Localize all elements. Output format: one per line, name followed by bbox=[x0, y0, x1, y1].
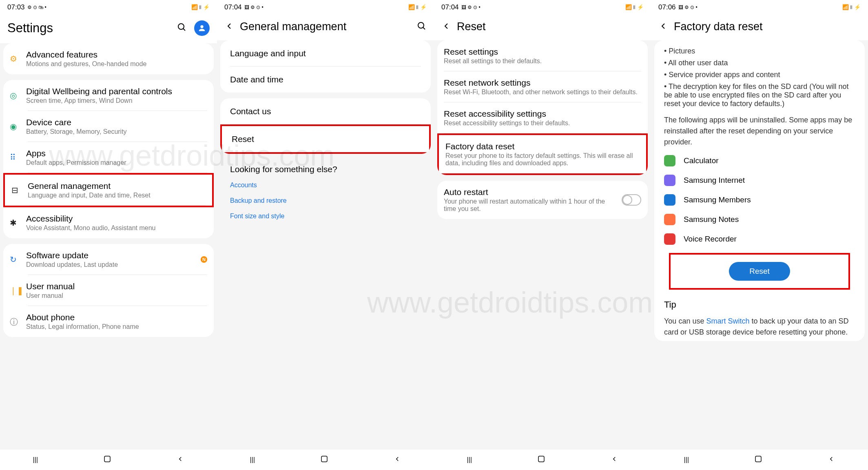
reset-option-reset-settings[interactable]: Reset settingsReset all settings to thei… bbox=[437, 40, 648, 71]
row-title: Software update bbox=[26, 251, 194, 260]
auto-restart-row[interactable]: Auto restartYour phone will restart auto… bbox=[437, 181, 648, 219]
svg-point-4 bbox=[418, 22, 424, 28]
profile-icon[interactable] bbox=[194, 20, 210, 36]
status-bar: 07:04🖼 ⚙ ⊙ • 📶 ⫴ ⚡ bbox=[217, 0, 434, 15]
search-icon[interactable] bbox=[177, 22, 187, 34]
row-title: General management bbox=[28, 181, 206, 191]
row-title: Reset settings bbox=[444, 47, 641, 57]
row-sub: Default apps, Permission manager bbox=[26, 159, 207, 166]
header: Settings bbox=[0, 15, 217, 43]
menu-item[interactable]: Language and input bbox=[220, 40, 431, 67]
settings-item-user-manual[interactable]: ❘❚ User manual User manual bbox=[3, 275, 214, 306]
svg-line-5 bbox=[423, 27, 425, 29]
settings-item-advanced-features[interactable]: ⚙ Advanced features Motions and gestures… bbox=[3, 43, 214, 74]
home-button[interactable] bbox=[755, 455, 762, 464]
row-sub: User manual bbox=[26, 292, 207, 299]
app-name: Voice Recorder bbox=[684, 235, 737, 244]
update-badge: N bbox=[201, 256, 207, 263]
link-item[interactable]: Accounts bbox=[220, 177, 431, 193]
settings-item-accessibility[interactable]: ✱ Accessibility Voice Assistant, Mono au… bbox=[3, 207, 214, 238]
auto-restart-toggle[interactable] bbox=[622, 194, 641, 206]
settings-item-software-update[interactable]: ↻ Software update Download updates, Last… bbox=[3, 244, 214, 275]
app-icon bbox=[664, 175, 675, 186]
row-sub: Status, Legal information, Phone name bbox=[26, 323, 207, 330]
svg-rect-3 bbox=[104, 456, 110, 462]
recents-button[interactable]: ||| bbox=[467, 456, 472, 463]
recents-button[interactable]: ||| bbox=[33, 456, 38, 463]
page-title: Factory data reset bbox=[674, 20, 861, 33]
bullet-item: • All other user data bbox=[664, 57, 855, 69]
page-title: Settings bbox=[7, 21, 171, 35]
app-row: Voice Recorder bbox=[654, 229, 865, 249]
recents-button[interactable]: ||| bbox=[250, 456, 255, 463]
link-item[interactable]: Backup and restore bbox=[220, 193, 431, 208]
row-icon: ⊟ bbox=[11, 185, 21, 195]
row-icon: ↻ bbox=[10, 255, 20, 264]
back-button[interactable] bbox=[611, 455, 618, 464]
menu-item[interactable]: Date and time bbox=[220, 67, 431, 93]
app-icon bbox=[664, 233, 675, 245]
reset-option-reset-accessibility-settings[interactable]: Reset accessibility settingsReset access… bbox=[437, 102, 648, 133]
app-icon bbox=[664, 214, 675, 225]
row-sub: Battery, Storage, Memory, Security bbox=[26, 128, 207, 135]
recents-button[interactable]: ||| bbox=[684, 456, 689, 463]
link-item[interactable]: Font size and style bbox=[220, 208, 431, 224]
row-title: Device care bbox=[26, 118, 207, 127]
back-button[interactable] bbox=[828, 455, 835, 464]
row-title: Apps bbox=[26, 149, 207, 158]
status-bar: 07:06🖼 ⚙ ⊙ • 📶 ⫴ ⚡ bbox=[651, 0, 868, 15]
settings-item-apps[interactable]: ⠿ Apps Default apps, Permission manager bbox=[3, 142, 214, 173]
back-icon[interactable] bbox=[658, 21, 668, 33]
row-title: Advanced features bbox=[26, 50, 207, 60]
app-name: Samsung Internet bbox=[684, 176, 745, 185]
home-button[interactable] bbox=[104, 455, 111, 464]
reset-option-factory-data-reset[interactable]: Factory data resetReset your phone to it… bbox=[437, 133, 648, 175]
back-icon[interactable] bbox=[441, 21, 451, 33]
nav-bar: ||| bbox=[651, 450, 868, 470]
search-icon[interactable] bbox=[417, 21, 427, 33]
smart-switch-link[interactable]: Smart Switch bbox=[706, 317, 749, 325]
section-label: Looking for something else? bbox=[220, 160, 431, 177]
back-button[interactable] bbox=[177, 455, 184, 464]
row-title: About phone bbox=[26, 313, 207, 322]
row-icon: ⠿ bbox=[10, 153, 20, 162]
svg-rect-8 bbox=[755, 456, 761, 462]
row-icon: ⚙ bbox=[10, 54, 20, 64]
app-name: Samsung Notes bbox=[684, 215, 739, 224]
settings-item-digital-wellbeing-and-parental-controls[interactable]: ◎ Digital Wellbeing and parental control… bbox=[3, 80, 214, 111]
home-button[interactable] bbox=[538, 455, 545, 464]
row-sub: Motions and gestures, One-handed mode bbox=[26, 60, 207, 68]
reset-option-reset-network-settings[interactable]: Reset network settingsReset Wi-Fi, Bluet… bbox=[437, 71, 648, 102]
bullet-item: • The decryption key for files on the SD… bbox=[664, 81, 855, 110]
settings-item-general-management[interactable]: ⊟ General management Language and input,… bbox=[3, 173, 214, 207]
header: Factory data reset bbox=[651, 15, 868, 40]
page-title: Reset bbox=[457, 20, 644, 33]
svg-point-2 bbox=[200, 25, 203, 28]
svg-rect-7 bbox=[538, 456, 544, 462]
row-sub: Reset all settings to their defaults. bbox=[444, 58, 641, 65]
reset-button[interactable]: Reset bbox=[729, 262, 790, 281]
factory-reset-screen: 07:06🖼 ⚙ ⊙ • 📶 ⫴ ⚡ Factory data reset • … bbox=[651, 0, 868, 470]
status-bar: 07:04🖼 ⚙ ⊙ • 📶 ⫴ ⚡ bbox=[434, 0, 651, 15]
row-title: Reset accessibility settings bbox=[444, 109, 641, 119]
header: Reset bbox=[434, 15, 651, 40]
uninstall-text: The following apps will be uninstalled. … bbox=[654, 111, 865, 151]
svg-point-0 bbox=[178, 24, 184, 29]
row-icon: ⓘ bbox=[10, 317, 20, 326]
settings-screen: 07:03⚙ ⊙ 🛍 • 📶 ⫴ ⚡ Settings ⚙ Advanced f… bbox=[0, 0, 217, 470]
row-icon: ✱ bbox=[10, 218, 20, 228]
row-title: Reset network settings bbox=[444, 78, 641, 88]
nav-bar: ||| bbox=[0, 450, 217, 470]
home-button[interactable] bbox=[321, 455, 328, 464]
menu-item-reset[interactable]: Reset bbox=[220, 124, 431, 154]
settings-item-device-care[interactable]: ◉ Device care Battery, Storage, Memory, … bbox=[3, 111, 214, 142]
menu-item-contact-us[interactable]: Contact us bbox=[220, 98, 431, 124]
row-icon: ❘❚ bbox=[10, 286, 20, 295]
back-icon[interactable] bbox=[224, 21, 234, 33]
row-title: Accessibility bbox=[26, 214, 207, 224]
app-row: Calculator bbox=[654, 151, 865, 171]
row-sub: Voice Assistant, Mono audio, Assistant m… bbox=[26, 224, 207, 232]
settings-item-about-phone[interactable]: ⓘ About phone Status, Legal information,… bbox=[3, 306, 214, 337]
header: General management bbox=[217, 15, 434, 40]
back-button[interactable] bbox=[394, 455, 401, 464]
